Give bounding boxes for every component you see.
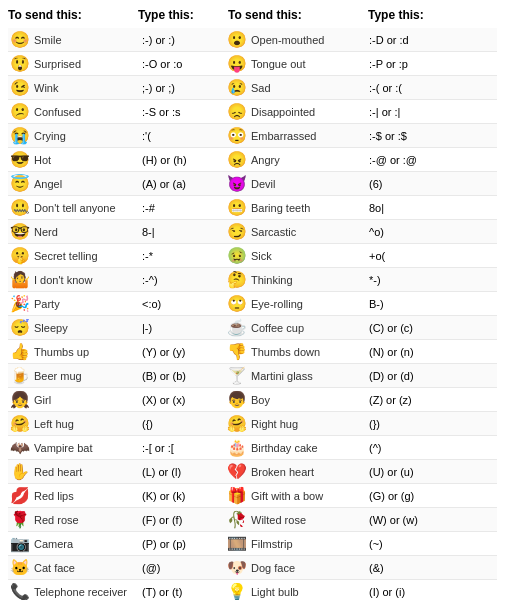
- table-row: ✋ Red heart (L) or (l) 💔 Broken heart (U…: [8, 460, 497, 484]
- emoji-left-13: 👍: [8, 340, 32, 364]
- emoji-left-8: 🤓: [8, 220, 32, 244]
- table-row: 🤓 Nerd 8-| 😏 Sarcastic ^o): [8, 220, 497, 244]
- code-right-18: (U) or (u): [367, 460, 497, 484]
- code-left-3: :-S or :s: [140, 100, 225, 124]
- name-right-20: Wilted rose: [249, 508, 367, 532]
- table-header: To send this: Type this: To send this: T…: [8, 8, 497, 22]
- code-left-22: (@): [140, 556, 225, 580]
- emoji-right-4: 😳: [225, 124, 249, 148]
- name-left-21: Camera: [32, 532, 140, 556]
- code-left-15: (X) or (x): [140, 388, 225, 412]
- emoji-right-18: 💔: [225, 460, 249, 484]
- code-right-3: :-| or :|: [367, 100, 497, 124]
- header-type: Type this:: [138, 8, 228, 22]
- emoji-table: 😊 Smile :-) or :) 😮 Open-mouthed :-D or …: [8, 28, 497, 600]
- code-right-5: :-@ or :@: [367, 148, 497, 172]
- name-right-12: Coffee cup: [249, 316, 367, 340]
- table-row: 🤐 Don't tell anyone :-# 😬 Baring teeth 8…: [8, 196, 497, 220]
- code-right-4: :-$ or :$: [367, 124, 497, 148]
- code-left-9: :-*: [140, 244, 225, 268]
- name-left-5: Hot: [32, 148, 140, 172]
- name-left-23: Telephone receiver: [32, 580, 140, 601]
- name-right-22: Dog face: [249, 556, 367, 580]
- code-left-18: (L) or (l): [140, 460, 225, 484]
- table-row: 👧 Girl (X) or (x) 👦 Boy (Z) or (z): [8, 388, 497, 412]
- name-right-8: Sarcastic: [249, 220, 367, 244]
- name-right-21: Filmstrip: [249, 532, 367, 556]
- table-row: 😇 Angel (A) or (a) 😈 Devil (6): [8, 172, 497, 196]
- emoji-left-7: 🤐: [8, 196, 32, 220]
- emoji-left-12: 😴: [8, 316, 32, 340]
- emoji-left-0: 😊: [8, 28, 32, 52]
- table-row: 😎 Hot (H) or (h) 😠 Angry :-@ or :@: [8, 148, 497, 172]
- name-left-10: I don't know: [32, 268, 140, 292]
- name-right-1: Tongue out: [249, 52, 367, 76]
- table-row: 🌹 Red rose (F) or (f) 🥀 Wilted rose (W) …: [8, 508, 497, 532]
- table-row: 😕 Confused :-S or :s 😞 Disappointed :-| …: [8, 100, 497, 124]
- emoji-right-22: 🐶: [225, 556, 249, 580]
- name-right-2: Sad: [249, 76, 367, 100]
- table-row: 🎉 Party <:o) 🙄 Eye-rolling B-): [8, 292, 497, 316]
- name-right-4: Embarrassed: [249, 124, 367, 148]
- emoji-right-16: 🤗: [225, 412, 249, 436]
- emoji-left-17: 🦇: [8, 436, 32, 460]
- name-right-9: Sick: [249, 244, 367, 268]
- name-left-8: Nerd: [32, 220, 140, 244]
- header-send: To send this:: [8, 8, 138, 22]
- emoji-left-3: 😕: [8, 100, 32, 124]
- code-left-13: (Y) or (y): [140, 340, 225, 364]
- code-right-20: (W) or (w): [367, 508, 497, 532]
- code-right-21: (~): [367, 532, 497, 556]
- code-right-23: (I) or (i): [367, 580, 497, 601]
- table-row: 💋 Red lips (K) or (k) 🎁 Gift with a bow …: [8, 484, 497, 508]
- code-left-6: (A) or (a): [140, 172, 225, 196]
- name-left-19: Red lips: [32, 484, 140, 508]
- table-row: 🤫 Secret telling :-* 🤢 Sick +o(: [8, 244, 497, 268]
- emoji-right-23: 💡: [225, 580, 249, 601]
- emoji-left-1: 😲: [8, 52, 32, 76]
- code-left-17: :-[ or :[: [140, 436, 225, 460]
- emoji-left-16: 🤗: [8, 412, 32, 436]
- code-right-0: :-D or :d: [367, 28, 497, 52]
- name-right-7: Baring teeth: [249, 196, 367, 220]
- code-left-10: :-^): [140, 268, 225, 292]
- emoji-left-2: 😉: [8, 76, 32, 100]
- code-left-19: (K) or (k): [140, 484, 225, 508]
- table-row: 👍 Thumbs up (Y) or (y) 👎 Thumbs down (N)…: [8, 340, 497, 364]
- code-left-12: |-): [140, 316, 225, 340]
- header-send2: To send this:: [228, 8, 368, 22]
- name-left-18: Red heart: [32, 460, 140, 484]
- name-right-11: Eye-rolling: [249, 292, 367, 316]
- table-row: 😉 Wink ;-) or ;) 😢 Sad :-( or :(: [8, 76, 497, 100]
- emoji-left-14: 🍺: [8, 364, 32, 388]
- emoji-right-10: 🤔: [225, 268, 249, 292]
- emoji-left-21: 📷: [8, 532, 32, 556]
- emoji-left-15: 👧: [8, 388, 32, 412]
- code-right-15: (Z) or (z): [367, 388, 497, 412]
- name-right-6: Devil: [249, 172, 367, 196]
- code-left-5: (H) or (h): [140, 148, 225, 172]
- name-left-9: Secret telling: [32, 244, 140, 268]
- code-right-16: (}): [367, 412, 497, 436]
- code-right-8: ^o): [367, 220, 497, 244]
- name-right-14: Martini glass: [249, 364, 367, 388]
- name-left-14: Beer mug: [32, 364, 140, 388]
- code-left-14: (B) or (b): [140, 364, 225, 388]
- name-right-5: Angry: [249, 148, 367, 172]
- table-row: 😭 Crying :'( 😳 Embarrassed :-$ or :$: [8, 124, 497, 148]
- emoji-right-2: 😢: [225, 76, 249, 100]
- code-left-1: :-O or :o: [140, 52, 225, 76]
- emoji-right-3: 😞: [225, 100, 249, 124]
- emoji-right-19: 🎁: [225, 484, 249, 508]
- emoji-right-5: 😠: [225, 148, 249, 172]
- name-left-11: Party: [32, 292, 140, 316]
- code-right-12: (C) or (c): [367, 316, 497, 340]
- emoji-right-13: 👎: [225, 340, 249, 364]
- emoji-right-12: ☕: [225, 316, 249, 340]
- code-right-10: *-): [367, 268, 497, 292]
- table-row: 🤗 Left hug ({) 🤗 Right hug (}): [8, 412, 497, 436]
- name-right-15: Boy: [249, 388, 367, 412]
- emoji-left-18: ✋: [8, 460, 32, 484]
- emoji-right-0: 😮: [225, 28, 249, 52]
- code-right-2: :-( or :(: [367, 76, 497, 100]
